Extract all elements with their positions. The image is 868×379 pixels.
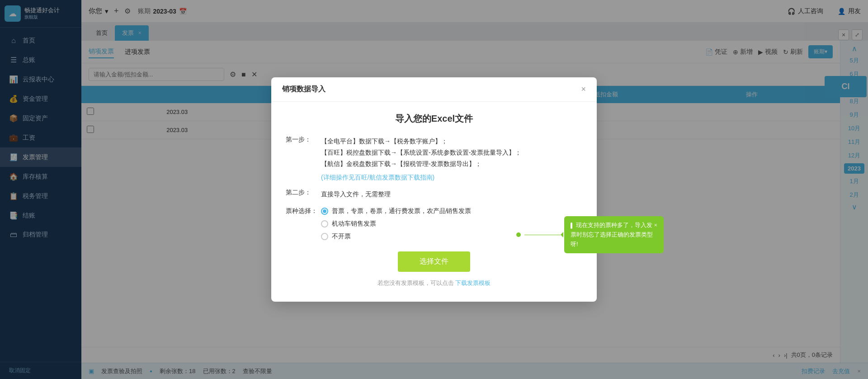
tooltip-container: × 现在支持的票种多了，导入发票时别忘了选择正确的发票类型呀! [516, 216, 664, 253]
modal-title: 销项数据导入 [282, 85, 326, 94]
radio-none-dot [321, 233, 328, 240]
tooltip-icon [571, 223, 572, 229]
step1-label: 第一步： [286, 136, 317, 183]
radio-general[interactable]: 普票，专票，卷票，通行费发票，农产品销售发票 [321, 207, 471, 215]
step1-row: 第一步： 【全电平台】数据下载→【税务数字账户】； 【百旺】税控盘数据下载→【系… [286, 136, 582, 183]
footer-text: 若您没有发票模板，可以点击 [377, 280, 454, 286]
step1-line3: 【航信】金税盘数据下载→【报税管理-发票数据导出】； [321, 158, 521, 170]
modal-body: 导入您的Excel文件 第一步： 【全电平台】数据下载→【税务数字账户】； 【百… [271, 102, 597, 302]
modal-main-title: 导入您的Excel文件 [286, 113, 582, 125]
step1-line2: 【百旺】税控盘数据下载→【系统设置-系统参数设置-发票批量导入】； [321, 147, 521, 158]
tooltip-text: 现在支持的票种多了，导入发票时别忘了选择正确的发票类型呀! [571, 222, 653, 247]
radio-none[interactable]: 不开票 [321, 232, 471, 241]
tooltip-dot [516, 232, 521, 237]
tooltip-bubble: × 现在支持的票种多了，导入发票时别忘了选择正确的发票类型呀! [564, 216, 664, 253]
tooltip-close-btn[interactable]: × [654, 221, 657, 230]
download-template-link[interactable]: 下载发票模板 [455, 280, 491, 286]
radio-motor[interactable]: 机动车销售发票 [321, 220, 471, 228]
step2-label: 第二步： [286, 189, 317, 200]
ticket-label: 票种选择： [286, 207, 317, 215]
step2-content: 直接导入文件，无需整理 [321, 189, 391, 200]
ticket-options: 普票，专票，卷票，通行费发票，农产品销售发票 机动车销售发票 不开票 [321, 207, 471, 241]
modal-close-btn[interactable]: × [581, 85, 586, 94]
modal-overlay: 销项数据导入 × 导入您的Excel文件 第一步： 【全电平台】数据下载→【税务… [0, 0, 868, 379]
step2-row: 第二步： 直接导入文件，无需整理 [286, 189, 582, 200]
step1-guide-link[interactable]: (详细操作见百旺/航信发票数据下载指南) [321, 174, 434, 181]
radio-motor-dot [321, 220, 328, 227]
step1-content: 【全电平台】数据下载→【税务数字账户】； 【百旺】税控盘数据下载→【系统设置-系… [321, 136, 521, 183]
tooltip-line [524, 235, 561, 235]
modal-footer: 若您没有发票模板，可以点击 下载发票模板 [286, 279, 582, 287]
radio-motor-label: 机动车销售发票 [332, 220, 376, 228]
step1-line1: 【全电平台】数据下载→【税务数字账户】； [321, 136, 521, 147]
select-file-btn[interactable]: 选择文件 [398, 251, 470, 272]
radio-none-label: 不开票 [332, 232, 351, 241]
radio-general-label: 普票，专票，卷票，通行费发票，农产品销售发票 [332, 207, 471, 215]
ticket-select-row: 票种选择： 普票，专票，卷票，通行费发票，农产品销售发票 机动车销售发票 不开票 [286, 207, 582, 241]
modal-header: 销项数据导入 × [271, 77, 597, 102]
radio-general-dot [321, 208, 328, 215]
import-modal: 销项数据导入 × 导入您的Excel文件 第一步： 【全电平台】数据下载→【税务… [271, 77, 597, 302]
